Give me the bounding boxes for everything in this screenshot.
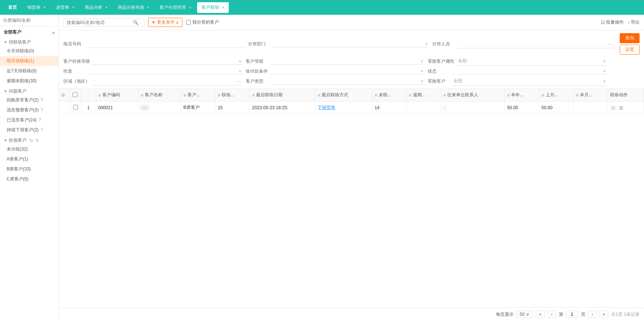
sidebar-item-7days[interactable]: 近7天待联络(0): [0, 66, 59, 76]
sidebar-search-input[interactable]: [3, 18, 58, 23]
nav-home[interactable]: 首页: [4, 2, 21, 13]
prev-page-btn[interactable]: ‹: [548, 311, 556, 318]
sidebar-item-c-class[interactable]: C类客户(6): [0, 174, 59, 184]
select-all-checkbox[interactable]: [73, 92, 77, 97]
unit-contact-value: [443, 105, 446, 110]
phone-action-icon[interactable]: ☏: [610, 105, 617, 111]
filter-customer-type-select[interactable]: ∨: [270, 78, 425, 84]
close-tab-4-icon[interactable]: ×: [189, 6, 191, 10]
next-page-btn[interactable]: ›: [588, 311, 596, 318]
filter-row-4: 区域（地区） ··· 客户类型 ∨ 零散客户 全部 ∨: [63, 77, 640, 86]
table-header-row: ⚙ ≡ 客户编码: [59, 89, 644, 101]
td-this-month: [573, 101, 608, 114]
row-checkbox[interactable]: [73, 105, 78, 110]
filter-price-level-select[interactable]: ∨: [92, 58, 243, 65]
filter-payment: 收付款条件 ∨: [246, 68, 425, 75]
sidebar-item-declining[interactable]: 持续下滑客户(2) ?: [0, 125, 59, 135]
sidebar-item-overdue[interactable]: 逾期未联络(30): [0, 76, 59, 86]
close-tab-5-icon[interactable]: ×: [222, 6, 224, 10]
filter-region: 区域（地区） ···: [63, 77, 243, 86]
sidebar-search-area: 🔍: [0, 15, 59, 26]
more-filter-button[interactable]: ▼ 更多条件 ∧: [148, 18, 182, 27]
search-icon[interactable]: 🔍: [133, 20, 139, 25]
nav-tab-0[interactable]: 销货单 ×: [23, 2, 50, 13]
filter-phone-input[interactable]: [88, 40, 245, 48]
sidebar-item-churn-warning[interactable]: 流失预警客户(3) ?: [0, 105, 59, 115]
filter-customer-type-label: 客户类型: [246, 78, 268, 84]
page-unit: 页: [581, 311, 585, 318]
reset-button[interactable]: 设置: [620, 45, 640, 55]
sidebar-item-b-class[interactable]: B类客户(33): [0, 164, 59, 174]
help-icon-3: ?: [41, 127, 43, 132]
td-last-month: 50.00: [539, 101, 573, 114]
close-tab-2-icon[interactable]: ×: [105, 6, 108, 10]
filter-status-select[interactable]: ∨: [452, 68, 607, 75]
first-page-btn[interactable]: «: [536, 311, 545, 318]
filter-panel: 电话号码 分管部门 ∨ 分管人员 ··· 查询: [59, 30, 644, 89]
my-customers-checkbox-label[interactable]: 我分管的客户: [186, 19, 219, 25]
triangle-icon-2: ▼: [4, 89, 7, 93]
collapse-icon: «: [52, 30, 55, 35]
nav-tab-5[interactable]: 客户联络 ×: [197, 2, 229, 13]
settings-gear-icon[interactable]: ⚙: [61, 93, 65, 98]
nav-tab-1[interactable]: 进货单 ×: [52, 2, 79, 13]
th-no-contact: ≡ 未联...: [372, 89, 406, 101]
sort-icon-4: ≡: [218, 93, 220, 98]
filter-sparse-customer-select[interactable]: 全部 ∨: [452, 77, 607, 86]
sidebar-item-today[interactable]: 今天待联络(0): [0, 46, 59, 56]
filter-nature: 性质 ∨: [63, 68, 243, 75]
export-button[interactable]: ↑ 导出: [627, 19, 640, 25]
filter-payment-label: 收付款条件: [246, 68, 268, 75]
main-search-input[interactable]: [67, 20, 133, 25]
filter-payment-select[interactable]: ∨: [270, 68, 425, 75]
edit-icon[interactable]: ✎: [35, 138, 39, 143]
sidebar-item-churned[interactable]: 已流失客户(24) ?: [0, 115, 59, 125]
sidebar: 🔍 全部客户 « ▼ 待联络客户 今天待联络(0) 明天待联络(1) 近7天待联…: [0, 15, 59, 321]
filter-customer-level-label: 客户等级: [246, 58, 268, 65]
filter-nature-select[interactable]: ∨: [88, 68, 243, 75]
manager-dots-btn[interactable]: ···: [608, 41, 612, 47]
table-row: 1 000021 Ea B类客户 15 2023-05-23 18:25: 下销…: [59, 101, 644, 114]
chevron-down-icon-7: ∨: [603, 69, 606, 73]
top-right-actions: ☑ 批量操作 ↑ 导出: [601, 19, 640, 25]
nav-tab-4[interactable]: 客户分层经营 ×: [155, 2, 196, 13]
sidebar-item-repurchase[interactable]: 回购异常客户(2) ?: [0, 95, 59, 105]
sidebar-item-a-class[interactable]: A类客户(1): [0, 154, 59, 164]
last-page-btn[interactable]: »: [599, 311, 609, 318]
nav-tab-3[interactable]: 商品分析列表 ×: [113, 2, 154, 13]
filter-dept-select[interactable]: ∨: [272, 41, 430, 47]
close-tab-0-icon[interactable]: ×: [43, 6, 46, 10]
th-last-contact-date: ≡ 最后联络日期: [250, 89, 315, 101]
filter-customer-level-select[interactable]: ∨: [270, 58, 425, 65]
th-customer-type: ≡ 客户...: [181, 89, 215, 101]
filter-region-label: 区域（地区）: [63, 78, 90, 84]
td-no: 1: [81, 101, 96, 114]
close-tab-1-icon[interactable]: ×: [72, 6, 74, 10]
th-check: [70, 89, 81, 101]
filter-sparse-attr-select[interactable]: 全部 ∨: [456, 57, 607, 66]
content-area: 🔍 ▼ 更多条件 ∧ 我分管的客户 ☑ 批量操作 ↑ 导出: [59, 15, 644, 321]
triangle-icon-3: ▼: [4, 138, 7, 142]
contact-method-link[interactable]: 下销货单: [318, 105, 335, 110]
close-tab-3-icon[interactable]: ×: [147, 6, 150, 10]
sidebar-section-problem: ▼ 问题客户: [0, 86, 59, 95]
page-number-input[interactable]: [566, 311, 578, 318]
sidebar-item-ungrouped[interactable]: 未分组(32): [0, 144, 59, 154]
query-button[interactable]: 查询: [620, 33, 640, 43]
batch-op-button[interactable]: ☑ 批量操作: [601, 19, 624, 25]
sort-icon-3: ≡: [183, 93, 186, 98]
my-customers-checkbox[interactable]: [186, 20, 191, 25]
chevron-down-icon-2: ∨: [239, 59, 241, 63]
sort-icon: ≡: [98, 93, 101, 98]
region-dots-btn[interactable]: ···: [237, 78, 241, 84]
refresh-icon[interactable]: ↻: [29, 138, 33, 143]
th-contact-action: 联络动作: [608, 89, 644, 101]
grid-action-icon[interactable]: ⊞: [619, 105, 623, 111]
th-no: [81, 89, 96, 101]
nav-tab-2[interactable]: 商品分析 ×: [80, 2, 112, 13]
sidebar-all-customers[interactable]: 全部客户 «: [0, 26, 59, 37]
page-size-select[interactable]: 50 ∨: [517, 311, 533, 318]
th-settings: ⚙: [59, 89, 70, 101]
sidebar-item-tomorrow[interactable]: 明天待联络(1): [0, 56, 59, 66]
sidebar-section-value: ▼ 价值客户 ↻ ✎: [0, 135, 59, 144]
